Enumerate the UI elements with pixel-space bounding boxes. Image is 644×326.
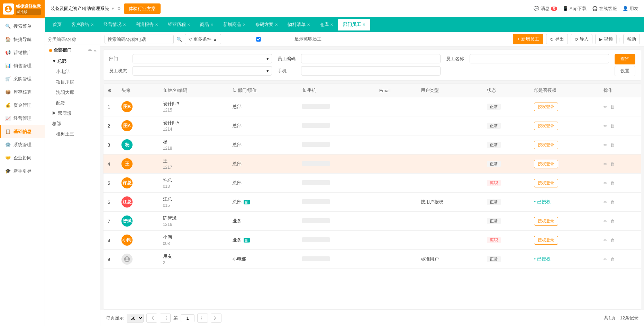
sidebar-item-guide[interactable]: 🎓 新手引导: [0, 165, 45, 178]
dept-select[interactable]: ▾: [133, 54, 272, 63]
close-icon[interactable]: ✕: [155, 23, 158, 27]
tree-item-zhishu[interactable]: 植树王三: [45, 129, 100, 139]
tab-operation[interactable]: 经营情况 ✕: [99, 19, 131, 30]
edit-icon[interactable]: ✏: [604, 219, 607, 224]
sidebar-item-collab[interactable]: 🤝 企业协同: [0, 151, 45, 165]
sidebar-item-system[interactable]: ⚙️ 系统管理: [0, 138, 45, 151]
tab-home[interactable]: 首页: [48, 19, 66, 30]
delete-icon[interactable]: 🗑: [610, 257, 615, 262]
delete-icon[interactable]: 🗑: [610, 200, 615, 205]
import-btn[interactable]: ↺ 导入: [571, 34, 592, 44]
tab-customer[interactable]: 客户联络 ✕: [66, 19, 99, 30]
next-page-btn[interactable]: 〉: [197, 314, 208, 323]
online-service-item[interactable]: 🎧 在线客服: [592, 6, 617, 12]
close-icon[interactable]: ✕: [330, 23, 333, 27]
last-page-btn[interactable]: 》: [211, 314, 221, 323]
tab-history[interactable]: 经营历程 ✕: [163, 19, 195, 30]
sidebar-item-marketing[interactable]: 📢 营销推广: [0, 46, 45, 59]
close-icon[interactable]: ✕: [210, 23, 214, 27]
tab-new-goods[interactable]: 新增商品 ✕: [218, 19, 251, 30]
sidebar-item-nav[interactable]: 🏠 快捷导航: [0, 33, 45, 46]
search-input[interactable]: [105, 35, 174, 44]
row-auth[interactable]: 授权登录: [530, 135, 599, 155]
edit-icon[interactable]: ✏: [604, 161, 607, 167]
tree-item-project[interactable]: 项目库房: [45, 77, 100, 87]
auth-login-btn[interactable]: 授权登录: [534, 217, 558, 226]
filter-search-icon[interactable]: 🔍: [176, 37, 182, 42]
edit-icon[interactable]: ✏: [604, 200, 607, 205]
close-icon[interactable]: ✕: [91, 23, 94, 27]
delete-icon[interactable]: 🗑: [610, 161, 615, 167]
more-conditions-btn[interactable]: ▽ 更多条件 ▲: [185, 34, 221, 44]
tree-item-xiaodian[interactable]: 小电部: [45, 67, 100, 77]
edit-icon[interactable]: ✏: [604, 180, 607, 186]
tab-bom[interactable]: 物料清单 ✕: [283, 19, 315, 30]
auth-login-btn[interactable]: 授权登录: [534, 141, 558, 149]
views-btn[interactable]: ▶ 视频: [595, 34, 617, 44]
emp-status-select[interactable]: ▾: [133, 66, 272, 76]
prev-page-btn[interactable]: 〈: [160, 314, 171, 323]
edit-icon[interactable]: ✏: [604, 257, 607, 262]
set-btn[interactable]: 设置: [615, 66, 635, 76]
auth-login-btn[interactable]: 授权登录: [534, 160, 558, 168]
row-auth[interactable]: 授权登录: [530, 97, 599, 116]
edit-icon[interactable]: ✏: [604, 238, 607, 243]
emp-name-input[interactable]: [470, 54, 609, 63]
first-page-btn[interactable]: 《: [146, 314, 157, 323]
tree-item-parent1[interactable]: ▼ 总部: [45, 56, 100, 67]
sidebar-item-sales[interactable]: 📊 销售管理: [0, 59, 45, 72]
tab-warehouse[interactable]: 仓库 ✕: [315, 19, 338, 30]
tab-barcode[interactable]: 条码方案 ✕: [251, 19, 283, 30]
tab-goods[interactable]: 商品 ✕: [195, 19, 218, 30]
edit-icon[interactable]: ✏: [604, 104, 607, 109]
sidebar-item-operation[interactable]: 📈 经营管理: [0, 112, 45, 125]
message-item[interactable]: 💬 消息 5: [534, 6, 557, 12]
tree-item-zongbu[interactable]: 总部: [45, 118, 100, 129]
sidebar-item-search[interactable]: 🔍 搜索菜单: [0, 20, 45, 33]
left-search-input[interactable]: [48, 37, 100, 42]
show-resigned-checkbox[interactable]: [224, 37, 293, 42]
sidebar-item-purchase[interactable]: 🛒 采购管理: [0, 72, 45, 86]
trial-btn[interactable]: 体验行业方案: [124, 3, 161, 14]
delete-icon[interactable]: 🗑: [610, 104, 615, 109]
tree-item-shenyang[interactable]: 沈阳大库: [45, 87, 100, 98]
auth-login-btn[interactable]: 授权登录: [534, 122, 558, 130]
user-item[interactable]: 👤 用友: [623, 6, 638, 12]
edit-icon[interactable]: ✏: [604, 142, 607, 148]
add-employee-btn[interactable]: + 新增员工: [513, 34, 543, 44]
close-icon[interactable]: ✕: [275, 23, 278, 27]
tree-item-peiho[interactable]: 配货: [45, 98, 100, 108]
row-auth[interactable]: 授权登录: [530, 174, 599, 193]
collapse-icon[interactable]: «: [94, 48, 97, 53]
row-auth[interactable]: 授权登录: [530, 212, 599, 231]
row-auth[interactable]: 授权登录: [530, 116, 599, 135]
phone-input[interactable]: [301, 66, 441, 76]
auth-login-btn[interactable]: 授权登录: [534, 103, 558, 111]
sidebar-item-finance[interactable]: 💰 资金管理: [0, 99, 45, 112]
edit-icon[interactable]: ✏: [604, 123, 607, 129]
auth-login-btn[interactable]: 授权登录: [534, 179, 558, 187]
row-auth[interactable]: 授权登录: [530, 231, 599, 250]
delete-icon[interactable]: 🗑: [610, 238, 615, 243]
emp-code-input[interactable]: [301, 54, 441, 63]
row-auth[interactable]: 授权登录: [530, 155, 599, 174]
tree-item-shuanglu[interactable]: ▶ 双鹿想: [45, 108, 100, 118]
edit-tree-icon[interactable]: ✏: [88, 48, 92, 53]
per-page-select[interactable]: 50: [127, 314, 144, 323]
close-icon[interactable]: ✕: [243, 23, 246, 27]
close-icon[interactable]: ✕: [362, 23, 365, 27]
close-icon[interactable]: ✕: [123, 23, 126, 27]
delete-icon[interactable]: 🗑: [610, 142, 615, 148]
close-icon[interactable]: ✕: [187, 23, 190, 27]
delete-icon[interactable]: 🗑: [610, 123, 615, 129]
tab-profit[interactable]: 利润报告 ✕: [131, 19, 163, 30]
delete-icon[interactable]: 🗑: [610, 180, 615, 186]
col-gear[interactable]: ⚙: [103, 84, 117, 97]
sidebar-item-inventory[interactable]: 📦 库存核算: [0, 86, 45, 99]
close-icon[interactable]: ✕: [307, 23, 310, 27]
export-btn[interactable]: ↻ 导出: [546, 34, 568, 44]
chevron-down-icon[interactable]: ▾: [112, 6, 114, 11]
search-btn[interactable]: 查询: [615, 54, 635, 64]
tab-dept-emp[interactable]: 部门员工 ✕: [338, 19, 370, 30]
gear-icon[interactable]: ⚙: [117, 6, 121, 11]
